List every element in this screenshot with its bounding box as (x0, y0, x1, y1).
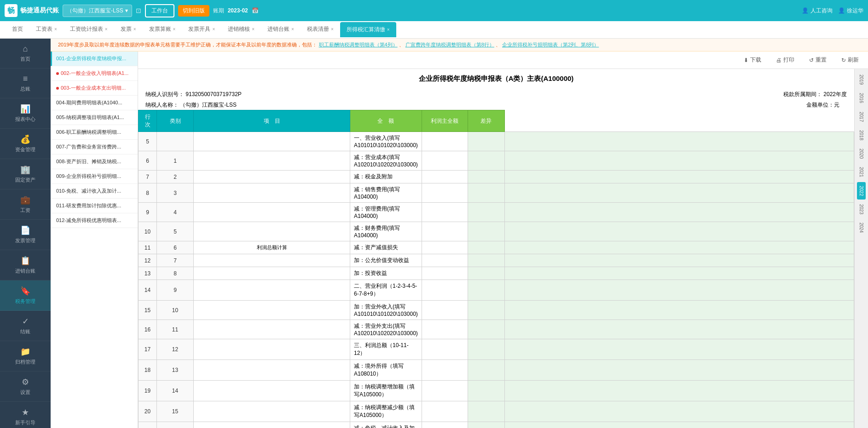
download-button[interactable]: ⬇ 下载 (740, 54, 765, 66)
list-item-012[interactable]: 012-减免所得税优惠明细表... (51, 213, 138, 228)
cell-amount[interactable] (422, 132, 468, 151)
user-profile[interactable]: 👤 徐运华 (838, 7, 863, 15)
cell-amount[interactable] (422, 422, 468, 428)
link-loss-adj[interactable]: 企业所得税补亏损明细表（第2列、第8列） (502, 42, 599, 47)
cell-item: 减：资产减值损失 (350, 241, 422, 254)
copy-icon[interactable]: ⊡ (136, 7, 141, 14)
close-icon[interactable]: × (133, 27, 136, 32)
close-icon[interactable]: × (331, 27, 334, 32)
close-icon[interactable]: × (105, 27, 108, 32)
cell-amount[interactable] (422, 280, 468, 301)
cell-amount[interactable] (422, 203, 468, 222)
year-2022[interactable]: 2022 (857, 182, 866, 200)
close-icon[interactable]: × (54, 27, 57, 32)
cell-amount[interactable] (422, 267, 468, 280)
cell-amount[interactable] (422, 241, 468, 254)
cell-amount[interactable] (422, 171, 468, 183)
cell-item: 减：营业外支出(填写A102010\102020\103000) (350, 320, 422, 339)
refresh-button[interactable]: ↻ 刷新 (838, 54, 862, 66)
cell-amount[interactable] (422, 183, 468, 203)
sidebar-item-reports[interactable]: 📊 报表中心 (0, 98, 51, 129)
switch-old-version-button[interactable]: 切到旧版 (178, 5, 209, 17)
list-item-001[interactable]: 001-企业所得税年度纳税申报... (51, 51, 138, 66)
company-selector[interactable]: （勾撤）江西服宝-LSS ▾ (63, 5, 132, 17)
close-icon[interactable]: × (173, 27, 176, 32)
year-2016[interactable]: 2016 (857, 89, 866, 107)
cell-num (157, 132, 194, 151)
calendar-icon[interactable]: 📅 (252, 7, 259, 14)
cell-amount[interactable] (422, 401, 468, 422)
sidebar-item-sales[interactable]: 📋 进销台账 (0, 250, 51, 280)
tab-sales-check[interactable]: 进销稽核 × (221, 22, 261, 38)
sidebar-item-guide[interactable]: ★ 新手引导 (0, 402, 51, 428)
sidebar-item-invoice[interactable]: 📄 发票管理 (0, 220, 51, 250)
app-name: 畅捷通易代账 (20, 6, 59, 15)
list-item-003[interactable]: 003-一般企业成本支出明细... (51, 81, 138, 96)
tab-invoice-open[interactable]: 发票开具 × (182, 22, 221, 38)
left-panel: 001-企业所得税年度纳税申报... 002-一般企业收入明细表(A1... 0… (51, 51, 138, 428)
year-2017[interactable]: 2017 (857, 108, 866, 126)
list-item-002[interactable]: 002-一般企业收入明细表(A1... (51, 66, 138, 81)
tab-invoice-calc[interactable]: 发票算账 × (143, 22, 182, 38)
list-item-009[interactable]: 009-企业所得税补亏损明细... (51, 169, 138, 184)
workspace-button[interactable]: 工作台 (145, 4, 174, 17)
tab-home[interactable]: 首页 (6, 22, 29, 38)
close-icon[interactable]: × (252, 27, 255, 32)
sidebar-item-payroll[interactable]: 💼 工资 (0, 189, 51, 220)
year-2019[interactable]: 2019 (857, 71, 866, 88)
sidebar-item-assets[interactable]: 🏢 固定资产 (0, 159, 51, 189)
cell-amount[interactable] (422, 222, 468, 241)
close-icon[interactable]: × (387, 27, 390, 32)
list-item-008[interactable]: 008-资产折旧、摊销及纳税... (51, 154, 138, 169)
year-2024[interactable]: 2024 (857, 219, 866, 236)
sidebar-item-archive[interactable]: 📁 归档管理 (0, 341, 51, 371)
cell-profit (468, 422, 504, 428)
sidebar-item-home[interactable]: ⌂ 首页 (0, 39, 51, 68)
sidebar-item-settle[interactable]: ✓ 结账 (0, 311, 51, 341)
cell-amount[interactable] (422, 360, 468, 381)
cell-amount[interactable] (422, 381, 468, 401)
cell-amount[interactable] (422, 339, 468, 360)
meta-left: 纳税人识别号： 91320500703719732P (145, 91, 242, 98)
cell-category (194, 151, 350, 171)
cell-amount[interactable] (422, 320, 468, 339)
sidebar-item-fund[interactable]: 💰 资金管理 (0, 129, 51, 159)
sidebar-label-ledger: 总账 (20, 86, 30, 92)
list-item-011[interactable]: 011-研发费用加计扣除优惠... (51, 199, 138, 213)
list-item-004[interactable]: 004-期间费用明细表(A1040... (51, 96, 138, 110)
list-item-005[interactable]: 005-纳税调整项目明细表(A1... (51, 110, 138, 125)
link-payroll-adj[interactable]: 职工薪酬纳税调整明细表（第4列） (319, 42, 398, 47)
table-row: 105减：财务费用(填写A104000) (139, 222, 854, 241)
cell-num: 11 (157, 320, 194, 339)
print-button[interactable]: 🖨 打印 (772, 54, 798, 66)
cell-amount[interactable] (422, 301, 468, 320)
reset-button[interactable]: ↺ 重置 (805, 54, 830, 66)
cell-num: 10 (157, 301, 194, 320)
year-2021[interactable]: 2021 (857, 163, 866, 181)
cell-amount[interactable] (422, 151, 468, 171)
sidebar-item-settings[interactable]: ⚙ 设置 (0, 371, 51, 402)
logo-area: 畅 畅捷通易代账 (5, 4, 59, 17)
list-item-006[interactable]: 006-职工薪酬纳税调整明细... (51, 125, 138, 140)
close-icon[interactable]: × (291, 27, 294, 32)
sidebar-item-tax[interactable]: 🔖 税务管理 (0, 280, 51, 311)
list-item-010[interactable]: 010-免税、减计收入及加计... (51, 184, 138, 199)
list-item-007[interactable]: 007-广告费和业务宣传费跨... (51, 140, 138, 154)
tab-invoice[interactable]: 发票 × (114, 22, 143, 38)
tab-tax-clear[interactable]: 税表清册 × (301, 22, 340, 38)
year-2023[interactable]: 2023 (857, 200, 866, 218)
tab-income-tax[interactable]: 所得税汇算清缴 × (340, 22, 396, 37)
cell-profit (468, 301, 504, 320)
tab-sales-ledger[interactable]: 进销台账 × (261, 22, 301, 38)
link-ad-adj[interactable]: 广宣费跨年度纳税调整明细表（第8行） (405, 42, 494, 47)
year-2020[interactable]: 2020 (857, 145, 866, 162)
year-2018[interactable]: 2018 (857, 126, 866, 144)
close-icon[interactable]: × (212, 27, 215, 32)
cell-amount[interactable] (422, 254, 468, 267)
cell-diff (504, 320, 854, 339)
sidebar-item-ledger[interactable]: ≡ 总账 (0, 68, 51, 98)
cell-row-index: 20 (139, 401, 157, 422)
tab-payroll-stats[interactable]: 工资统计报表 × (64, 22, 114, 38)
tab-payroll[interactable]: 工资表 × (29, 22, 64, 38)
ai-consult-button[interactable]: 👤 人工咨询 (802, 7, 833, 15)
